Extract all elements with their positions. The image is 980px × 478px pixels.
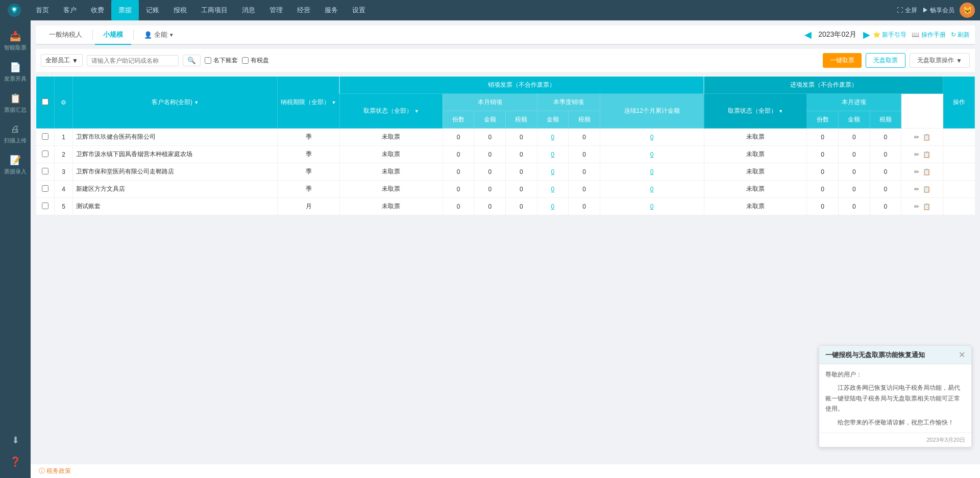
view-icon[interactable]: 📋: [923, 186, 930, 193]
row-input-month-count: 0: [807, 146, 839, 163]
quarter-amount-link[interactable]: 0: [551, 151, 555, 158]
notification-title: 一键报税与无盘取票功能恢复通知: [825, 350, 925, 360]
row-customer-name: 测试账套: [73, 198, 278, 215]
filter-icon[interactable]: ▼: [332, 100, 336, 105]
row-sales-month-tax: 0: [506, 146, 537, 163]
cumulative-link[interactable]: 0: [650, 151, 654, 158]
quarter-amount-link[interactable]: 0: [551, 134, 555, 141]
period-next-btn[interactable]: ▶: [861, 29, 873, 41]
tab-all[interactable]: 👤 全能 ▼: [136, 26, 182, 45]
employee-selector[interactable]: 全部员工 ▼: [41, 54, 83, 67]
sidebar-item-smart-ticket[interactable]: 📥 智能取票: [0, 26, 31, 57]
row-checkbox[interactable]: [42, 168, 48, 174]
row-sales-month-count: 0: [443, 146, 474, 163]
nav-home[interactable]: 首页: [29, 0, 56, 20]
edit-icon[interactable]: ✏: [914, 168, 919, 175]
nav-invoice[interactable]: 票据: [111, 0, 139, 20]
checkbox-name-label[interactable]: 名下账套: [205, 56, 238, 65]
cumulative-link[interactable]: 0: [650, 186, 654, 193]
period-label: 2023年02月: [818, 30, 856, 39]
quarter-amount-link[interactable]: 0: [551, 186, 555, 193]
row-checkbox-cell: [36, 198, 55, 215]
sidebar-bottom-download[interactable]: ⬇: [9, 432, 22, 449]
sidebar-item-invoice-issue[interactable]: 📄 发票开具: [0, 57, 31, 88]
row-checkbox[interactable]: [42, 133, 48, 140]
row-input-month-amount: 0: [839, 129, 870, 146]
nav-message[interactable]: 消息: [235, 0, 262, 20]
invoice-summary-icon: 📋: [10, 93, 21, 104]
tab-small-scale[interactable]: 小规模: [95, 26, 131, 45]
filter-icon[interactable]: ▼: [414, 109, 419, 114]
row-checkbox[interactable]: [42, 185, 48, 192]
nav-business[interactable]: 工商项目: [194, 0, 235, 20]
one-click-ticket-btn[interactable]: 一键取票: [823, 53, 862, 68]
notification-close-btn[interactable]: ✕: [959, 350, 965, 360]
sidebar-item-invoice-summary[interactable]: 📋 票据汇总: [0, 88, 31, 119]
fullscreen-btn[interactable]: ⛶ 全屏: [897, 6, 917, 15]
refresh-btn[interactable]: ↻ 刷新: [951, 31, 970, 39]
edit-icon[interactable]: ✏: [914, 151, 919, 158]
row-cumulative: 0: [600, 129, 704, 146]
nav-tax[interactable]: 报税: [166, 0, 194, 20]
cumulative12-col: 连续12个月累计金额: [600, 94, 704, 129]
view-icon[interactable]: 📋: [923, 168, 930, 175]
search-input[interactable]: [87, 55, 179, 66]
nav-service[interactable]: 服务: [317, 0, 345, 20]
month-sales-col: 本月销项: [443, 94, 537, 111]
row-actions: ✏ 📋: [901, 181, 943, 198]
row-checkbox[interactable]: [42, 203, 48, 209]
tab-general-taxpayer[interactable]: 一般纳税人: [41, 26, 90, 45]
app-logo[interactable]: [5, 1, 23, 19]
sidebar-label-summary: 票据汇总: [4, 106, 27, 114]
select-all-checkbox[interactable]: [42, 98, 48, 105]
quarter-amount-link[interactable]: 0: [551, 203, 555, 210]
row-checkbox[interactable]: [42, 150, 48, 157]
cumulative-link[interactable]: 0: [650, 203, 654, 210]
tax-period-col: 纳税期限（全部） ▼: [278, 77, 340, 129]
quarter-amount-link[interactable]: 0: [551, 168, 555, 175]
cumulative-link[interactable]: 0: [650, 168, 654, 175]
checkbox-tax-label[interactable]: 有税盘: [242, 56, 269, 65]
manual-btn[interactable]: 📖 操作手册: [912, 31, 945, 39]
vip-btn[interactable]: ▶ 畅享会员: [922, 6, 954, 15]
user-avatar[interactable]: 🐱: [960, 3, 975, 18]
checkbox-tax[interactable]: [242, 57, 249, 64]
sidebar-label-issue: 发票开具: [4, 75, 27, 83]
row-sales-month-count: 0: [443, 181, 474, 198]
nav-settings[interactable]: 设置: [345, 0, 373, 20]
status-tax-policy[interactable]: 税务政策: [46, 467, 71, 475]
nav-billing[interactable]: 收费: [84, 0, 111, 20]
row-input-month-tax: 0: [870, 129, 901, 146]
edit-icon[interactable]: ✏: [914, 134, 919, 141]
view-icon[interactable]: 📋: [923, 151, 930, 158]
nav-manage[interactable]: 管理: [262, 0, 290, 20]
view-icon[interactable]: 📋: [923, 134, 930, 141]
chevron-down-icon: ▼: [956, 57, 962, 64]
search-button[interactable]: 🔍: [183, 55, 201, 66]
operations-col: 操作: [943, 77, 975, 129]
guide-btn[interactable]: ⭐ 新手引导: [873, 31, 906, 39]
no-disk-ticket-btn[interactable]: 无盘取票: [866, 53, 905, 68]
sidebar-bottom-help[interactable]: ❓: [7, 453, 24, 470]
sales-month-tax-col: 税额: [506, 111, 537, 129]
cumulative-link[interactable]: 0: [650, 134, 654, 141]
edit-icon[interactable]: ✏: [914, 203, 919, 210]
period-prev-btn[interactable]: ◀: [802, 29, 814, 41]
tab-period: ◀ 2023年02月 ▶: [802, 29, 873, 41]
toolbar-right-buttons: 一键取票 无盘取票 无盘取票操作 ▼: [823, 53, 970, 68]
edit-icon[interactable]: ✏: [914, 186, 919, 193]
no-disk-ops-btn[interactable]: 无盘取票操作 ▼: [910, 53, 970, 68]
svg-point-1: [13, 8, 16, 11]
row-cumulative: 0: [600, 146, 704, 163]
nav-accounting[interactable]: 记账: [139, 0, 166, 20]
sidebar-item-scan-upload[interactable]: 🖨 扫描上传: [0, 119, 31, 149]
notification-header: 一键报税与无盘取票功能恢复通知 ✕: [819, 346, 971, 364]
sidebar-item-invoice-entry[interactable]: 📝 票据录入: [0, 149, 31, 181]
view-icon[interactable]: 📋: [923, 203, 930, 210]
nav-operation[interactable]: 经营: [290, 0, 317, 20]
nav-customer[interactable]: 客户: [56, 0, 84, 20]
checkbox-name[interactable]: [205, 57, 211, 64]
filter-icon[interactable]: ▼: [194, 100, 199, 105]
sidebar-label-entry: 票据录入: [4, 168, 27, 175]
filter-icon[interactable]: ▼: [778, 109, 783, 114]
